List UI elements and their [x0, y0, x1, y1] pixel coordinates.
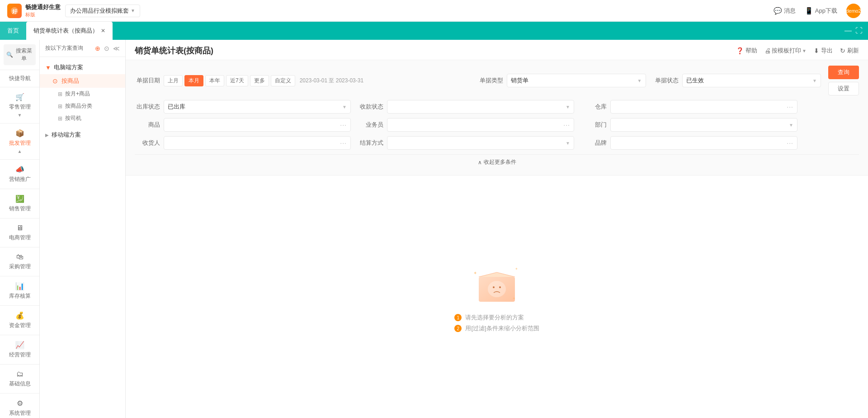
mobile-icon: 📱: [805, 7, 813, 15]
date-label: 单据日期: [135, 76, 160, 85]
doc-status-label: 单据状态: [653, 76, 679, 85]
marketing-icon: 📣: [15, 165, 24, 174]
btn-this-month[interactable]: 本月: [184, 75, 203, 86]
doc-type-input[interactable]: 销货单 ▼: [507, 74, 646, 87]
settlement-label: 结算方式: [358, 139, 383, 147]
maximize-icon[interactable]: ⛶: [855, 27, 863, 35]
svg-text:✦: ✦: [515, 267, 518, 271]
sidebar-item-system[interactable]: ⚙ 系统管理: [0, 394, 39, 418]
main-content: 销货单统计表(按商品) ❓ 帮助 🖨 按模板打印 ▼ ⬇ 导出: [126, 40, 868, 418]
search-icon: 🔍: [6, 52, 13, 58]
dept-input[interactable]: ▼: [610, 118, 797, 132]
app-download-action[interactable]: 📱 App下载: [805, 7, 837, 15]
filter-panel: 按以下方案查询 ⊕ ⊙ ≪ ▼ 电脑端方案 ⊙ 按商品 ⊞ 按月+: [40, 40, 126, 418]
salesperson-input[interactable]: ···: [387, 118, 574, 132]
sidebar-search: 🔍 搜索菜单: [0, 40, 39, 70]
filter-panel-actions: ⊕ ⊙ ≪: [95, 45, 120, 52]
message-action[interactable]: 💬 消息: [774, 7, 796, 15]
sidebar-item-finance[interactable]: 💰 资金管理: [0, 306, 39, 335]
tab-bar: 首页 销货单统计表（按商品） ✕ — ⛶: [0, 22, 868, 40]
empty-steps: 1 请先选择要分析的方案 2 用[过滤]条件来缩小分析范围: [454, 314, 539, 332]
sidebar-item-inventory[interactable]: 📊 库存核算: [0, 276, 39, 306]
date-quick-buttons: 上月 本月 本年 近7天 更多 自定义: [164, 75, 295, 86]
sidebar-item-basic[interactable]: 🗂 基础信息: [0, 365, 39, 394]
out-status-input[interactable]: 已出库 ▼: [164, 100, 351, 114]
filter-by-month-product[interactable]: ⊞ 按月+商品: [40, 88, 125, 100]
date-range: 2023-03-01 至 2023-03-31: [300, 77, 363, 85]
mobile-section[interactable]: ▶ 移动端方案: [40, 128, 125, 142]
brand-input[interactable]: ···: [610, 136, 797, 150]
settings-button[interactable]: 设置: [828, 82, 859, 95]
salesperson-field: 业务员 ···: [358, 118, 574, 132]
doc-status-dropdown-icon: ▼: [812, 78, 817, 83]
btn-custom[interactable]: 自定义: [271, 75, 295, 86]
filter-by-category[interactable]: ⊞ 按商品分类: [40, 100, 125, 112]
close-tab-icon[interactable]: ✕: [101, 28, 105, 34]
btn-more[interactable]: 更多: [250, 75, 269, 86]
sidebar-shortcut[interactable]: 快捷导航: [0, 70, 39, 87]
dept-field: 部门 ▼: [581, 118, 797, 132]
step-2-num: 2: [454, 325, 462, 332]
warehouse-input[interactable]: ···: [610, 100, 797, 114]
dept-dropdown-icon: ▼: [789, 123, 793, 128]
user-avatar[interactable]: demo2: [846, 4, 861, 18]
message-icon: 💬: [774, 7, 782, 15]
recipient-input[interactable]: ···: [164, 136, 351, 150]
receipt-status-input[interactable]: ▼: [387, 100, 574, 114]
ecommerce-icon: 🖥: [16, 224, 24, 232]
settings-scheme-icon[interactable]: ⊙: [104, 45, 109, 52]
tab-bar-actions: — ⛶: [844, 27, 868, 35]
filter-form: 单据日期 上月 本月 本年 近7天 更多 自定义 2023-03-01 至 20…: [126, 60, 868, 176]
btn-last-7-days[interactable]: 近7天: [226, 75, 248, 86]
sidebar-item-operations[interactable]: 📈 经营管理: [0, 335, 39, 365]
grid-icon: ⊞: [58, 115, 62, 122]
sidebar-item-sales[interactable]: 💹 销售管理: [0, 189, 39, 218]
svg-text:✦: ✦: [513, 297, 515, 300]
product-input[interactable]: ···: [164, 118, 351, 132]
sidebar-item-ecommerce[interactable]: 🖥 电商管理: [0, 218, 39, 247]
empty-step-1: 1 请先选择要分析的方案: [454, 314, 539, 322]
active-item-icon: ⊙: [52, 77, 58, 85]
workspace-selector[interactable]: 办公用品行业模拟账套 ▼: [65, 5, 140, 17]
minimize-icon[interactable]: —: [844, 27, 852, 35]
add-scheme-icon[interactable]: ⊕: [95, 45, 100, 52]
empty-step-2: 2 用[过滤]条件来缩小分析范围: [454, 324, 539, 332]
doc-status-input[interactable]: 已生效 ▼: [682, 74, 821, 87]
doc-type-dropdown-icon: ▼: [637, 78, 642, 83]
tab-home[interactable]: 首页: [0, 22, 26, 40]
export-button[interactable]: ⬇ 导出: [814, 47, 833, 55]
refresh-button[interactable]: ↻ 刷新: [840, 47, 859, 55]
product-label: 商品: [135, 121, 160, 129]
sidebar-item-marketing[interactable]: 📣 营销推广: [0, 160, 39, 189]
logo-icon: 好: [7, 4, 22, 18]
print-button[interactable]: 🖨 按模板打印 ▼: [764, 47, 807, 55]
filter-by-printer[interactable]: ⊞ 按司机: [40, 112, 125, 124]
collapse-more-bar[interactable]: ∧ 收起更多条件: [135, 154, 859, 170]
filter-by-product[interactable]: ⊙ 按商品: [40, 74, 125, 88]
settlement-input[interactable]: ▼: [387, 136, 574, 150]
out-status-label: 出库状态: [135, 103, 160, 111]
sidebar-item-wholesale[interactable]: 📦 批发管理 ▲: [0, 124, 39, 160]
btn-last-month[interactable]: 上月: [164, 75, 183, 86]
receipt-status-dropdown-icon: ▼: [566, 104, 570, 109]
brand-field: 品牌 ···: [581, 136, 797, 150]
grid-icon: ⊞: [58, 103, 62, 109]
collapse-panel-icon[interactable]: ≪: [113, 45, 120, 52]
search-menu-button[interactable]: 🔍 搜索菜单: [4, 44, 36, 65]
page-title: 销货单统计表(按商品): [135, 45, 213, 56]
sidebar-item-retail[interactable]: 🛒 零售管理 ▼: [0, 87, 39, 124]
btn-this-year[interactable]: 本年: [205, 75, 224, 86]
filter-row-2: 出库状态 已出库 ▼ 收款状态 ▼ 仓库: [135, 100, 859, 114]
tab-report[interactable]: 销货单统计表（按商品） ✕: [26, 22, 113, 40]
dept-label: 部门: [581, 121, 607, 129]
pc-section-header[interactable]: ▼ 电脑端方案: [40, 61, 125, 74]
help-button[interactable]: ❓ 帮助: [736, 47, 757, 55]
sidebar-item-purchase[interactable]: 🛍 采购管理: [0, 247, 39, 276]
query-button[interactable]: 查询: [828, 66, 859, 79]
recipient-field: 收货人 ···: [135, 136, 351, 150]
doc-type-label: 单据类型: [478, 76, 503, 85]
pc-section: ▼ 电脑端方案 ⊙ 按商品 ⊞ 按月+商品 ⊞ 按商品分类 ⊞ 按司机: [40, 57, 125, 128]
svg-point-5: [499, 286, 501, 288]
print-icon: 🖨: [764, 47, 771, 54]
main-layout: 🔍 搜索菜单 快捷导航 🛒 零售管理 ▼ 📦 批发管理 ▲ 📣 营销推广 💹 销…: [0, 40, 868, 418]
